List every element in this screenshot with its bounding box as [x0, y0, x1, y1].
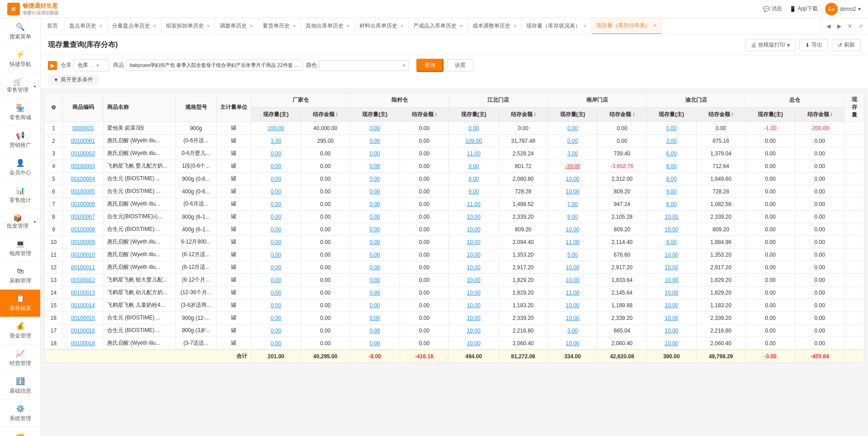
- tab-material-out[interactable]: 材料出库单历史 ✕: [355, 18, 409, 34]
- sidebar-item-nav[interactable]: ⚡ 快捷导航: [0, 46, 40, 73]
- print-btn[interactable]: 🖨 按模版打印 ▾: [745, 39, 796, 51]
- cell-name: 合生元 (BIOSTIME) ...: [104, 324, 176, 337]
- sidebar-item-inventory[interactable]: 📋 库存核算: [0, 290, 40, 317]
- cell-nanan-qty: 10.00: [548, 274, 598, 286]
- cell-name: 爱他美 卤菜3段: [104, 122, 176, 135]
- goods-input[interactable]: babycare孕妇待产包 春季入院全套母子组合孕妇产后冬季月子用品 22件套 …: [126, 60, 302, 71]
- cell-spec: 900g (0-6...: [176, 173, 217, 185]
- cell-changjiaCun-qty: 0.00: [251, 185, 301, 198]
- close-icon[interactable]: ✕: [459, 23, 463, 28]
- tab-next-btn[interactable]: ▶: [834, 18, 844, 34]
- message-btn[interactable]: 💬 消息: [763, 5, 782, 13]
- table-wrapper[interactable]: ⚙ 商品编码 商品名称 规格型号 主计量单位 厂家仓 陆村仓 江北门店 南岸门店…: [41, 89, 868, 436]
- cell-nanan-qty: 0.00: [548, 122, 598, 135]
- cell-spec: 900g (3岁...: [176, 324, 217, 337]
- sidebar-item-member[interactable]: 👤 会员中心: [0, 154, 40, 182]
- cell-code: 00100011: [63, 261, 104, 274]
- cell-lucun-qty: 0.00: [350, 223, 400, 236]
- query-btn[interactable]: 查询: [416, 59, 443, 72]
- cell-yubei-qty: 3.00: [646, 135, 696, 147]
- tab-close-btn[interactable]: ✕: [844, 18, 855, 34]
- cell-unit: 罐: [217, 160, 251, 173]
- sidebar-item-ecommerce[interactable]: 💻 电商管理: [0, 235, 40, 263]
- tab-stock-dist[interactable]: 现存量（库存分布表） ✕: [592, 18, 662, 34]
- close-icon[interactable]: ✕: [99, 23, 103, 28]
- expand-conditions-btn[interactable]: ▼ 展开更多条件: [48, 75, 99, 85]
- expand2-icon: ▼: [33, 220, 37, 224]
- cell-nanan-amt: 2,312.00: [597, 173, 646, 185]
- cell-yubei-amt: 809.20: [696, 223, 745, 236]
- cell-code: 00100013: [63, 286, 104, 299]
- col-header-name: 商品名称: [104, 93, 176, 122]
- data-table: ⚙ 商品编码 商品名称 规格型号 主计量单位 厂家仓 陆村仓 江北门店 南岸门店…: [44, 93, 864, 363]
- tab-nav-btns: ◀ ▶ ✕ ⤢: [821, 18, 868, 34]
- col-header-nanan: 南岸门店: [548, 93, 647, 108]
- cell-jiangbei-qty: 11.00: [449, 147, 499, 160]
- tab-split-stocktake[interactable]: 分量盘点单历史 ✕: [108, 18, 161, 34]
- settings-icon[interactable]: ⚙: [51, 104, 56, 111]
- app-download-btn[interactable]: 📱 App下载: [789, 5, 818, 13]
- tab-product-in[interactable]: 产成品入库单历史 ✕: [409, 18, 468, 34]
- warehouse-input[interactable]: 仓库 ... ▾: [73, 59, 109, 71]
- sidebar-item-operations[interactable]: 📈 经营管理: [0, 345, 40, 372]
- cell-yubei-amt: 1,884.96: [696, 236, 745, 248]
- cell-name: 惠氏启醒 (Wyeth illu...: [104, 198, 176, 211]
- export-btn[interactable]: ⬇ 导出: [799, 39, 828, 51]
- col-header-spec: 规格型号: [176, 93, 217, 122]
- sidebar-item-search[interactable]: 🔍 搜索英单: [0, 18, 40, 46]
- close-icon[interactable]: ✕: [250, 23, 253, 28]
- user-menu-btn[interactable]: Ea demo2 ▾: [825, 3, 861, 15]
- cell-lucun-amt: 0.00: [400, 211, 449, 223]
- tab-prev-btn[interactable]: ◀: [823, 18, 834, 34]
- chevron-down-icon: ▾: [858, 6, 861, 12]
- refresh-btn[interactable]: ↺ 刷新: [832, 39, 861, 51]
- sidebar-item-basic[interactable]: ℹ️ 基础信息: [0, 372, 40, 400]
- print-icon: 🖨: [751, 42, 756, 48]
- tab-transfer[interactable]: 调拨单历史 ✕: [215, 18, 258, 34]
- cell-jiangbei-qty: 10.00: [449, 223, 499, 236]
- cell-yubei-amt: 1,082.56: [696, 198, 745, 211]
- cell-jiangbei-amt: 1,353.20: [499, 248, 548, 261]
- close-icon[interactable]: ✕: [153, 23, 156, 28]
- sidebar-item-purchase[interactable]: 🛍 采购管理: [0, 263, 40, 290]
- tab-assemble[interactable]: 组装拆卸单历史 ✕: [161, 18, 215, 34]
- tab-stock-status[interactable]: 现存量（库存状况表） ✕: [522, 18, 592, 34]
- close-icon[interactable]: ✕: [207, 23, 210, 28]
- sidebar-item-finance[interactable]: 💰 资金管理: [0, 317, 40, 345]
- tab-home[interactable]: 首页: [41, 18, 65, 34]
- cell-yubei-amt: 875.16: [696, 135, 745, 147]
- sidebar-item-retail[interactable]: 🛒 零售管理 ▲: [0, 73, 40, 99]
- sidebar-item-stats[interactable]: 📊 零售统计: [0, 182, 40, 209]
- close-icon[interactable]: ✕: [400, 23, 404, 28]
- logo-icon: 好: [7, 3, 20, 15]
- cell-yubei-amt: 2,060.40: [696, 337, 745, 350]
- cell-spec: 0-6月婴儿...: [176, 147, 217, 160]
- sidebar-item-marketing[interactable]: 📢 营销推广: [0, 127, 40, 154]
- sidebar-item-system[interactable]: ⚙️ 系统管理: [0, 400, 40, 427]
- settings-btn[interactable]: 设置: [447, 59, 473, 71]
- logo-text: 畅捷通好生意: [23, 2, 59, 10]
- cell-jiangbei-amt: 1,183.20: [499, 299, 548, 312]
- sidebar-item-wholesale[interactable]: 📦 批发管理 ▼: [0, 209, 40, 235]
- table-row: 3 00100002 惠氏启醒 (Wyeth illu... 0-6月婴儿...…: [45, 147, 864, 160]
- close-icon[interactable]: ✕: [583, 23, 587, 28]
- close-icon[interactable]: ✕: [513, 23, 517, 28]
- tab-stocktake[interactable]: 盘点单历史 ✕: [65, 18, 108, 34]
- color-input[interactable]: ▾: [319, 60, 409, 71]
- cell-lucun-qty: 0.00: [350, 312, 400, 324]
- cell-total-amt: 0.00: [795, 236, 844, 248]
- cell-yubei-amt: 0.00: [696, 122, 745, 135]
- col-nanan-amt: 结存金额 ℹ: [597, 108, 646, 122]
- close-icon[interactable]: ✕: [346, 23, 350, 28]
- tab-order[interactable]: 要货单历史 ✕: [258, 18, 301, 34]
- section-toggle-btn[interactable]: ▶: [48, 61, 57, 70]
- info-icon: ℹ: [534, 112, 536, 117]
- logo: 好 畅捷通好生意 母婴行业演示陈套: [7, 2, 59, 16]
- tab-expand-btn[interactable]: ⤢: [855, 18, 866, 34]
- close-icon[interactable]: ✕: [292, 23, 296, 28]
- tab-cost-adjust[interactable]: 成本调整单历史 ✕: [468, 18, 522, 34]
- close-icon[interactable]: ✕: [653, 23, 657, 28]
- tab-outbound[interactable]: 其他出库单历史 ✕: [301, 18, 355, 34]
- sidebar-item-collab[interactable]: 🤝 企业协同: [0, 427, 40, 436]
- sidebar-item-mall[interactable]: 🏪 零售商城: [0, 99, 40, 127]
